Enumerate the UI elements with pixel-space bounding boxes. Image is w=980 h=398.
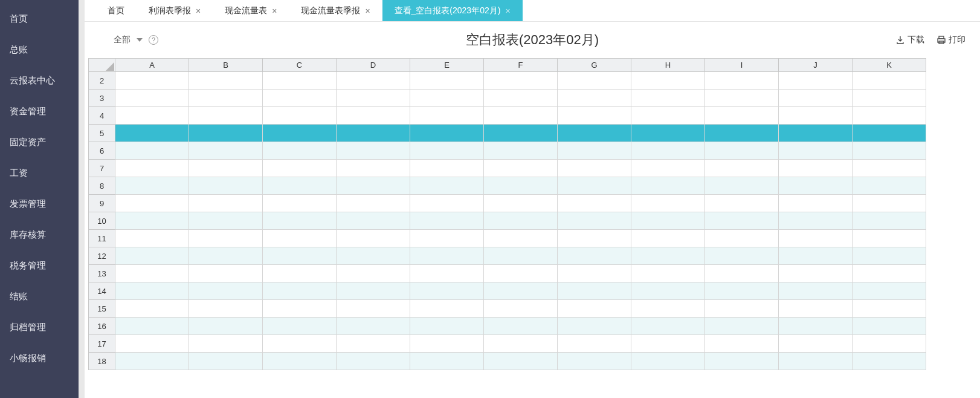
cell[interactable] — [853, 142, 926, 160]
cell[interactable] — [263, 265, 337, 282]
row-header[interactable]: 3 — [89, 90, 115, 107]
tab[interactable]: 利润表季报× — [137, 0, 213, 21]
row-header[interactable]: 13 — [89, 265, 115, 282]
cell[interactable] — [705, 90, 779, 107]
cell[interactable] — [189, 318, 263, 335]
cell[interactable] — [631, 160, 705, 177]
cell[interactable] — [779, 318, 853, 335]
cell[interactable] — [263, 353, 337, 370]
cell[interactable] — [115, 125, 189, 142]
cell[interactable] — [337, 300, 410, 318]
cell[interactable] — [410, 230, 484, 247]
cell[interactable] — [337, 72, 410, 90]
cell[interactable] — [558, 160, 631, 177]
cell[interactable] — [189, 353, 263, 370]
cell[interactable] — [189, 212, 263, 230]
cell[interactable] — [779, 177, 853, 195]
close-icon[interactable]: × — [505, 6, 510, 16]
cell[interactable] — [410, 195, 484, 212]
cell[interactable] — [189, 160, 263, 177]
cell[interactable] — [115, 160, 189, 177]
cell[interactable] — [410, 282, 484, 300]
cell[interactable] — [410, 300, 484, 318]
column-header[interactable]: J — [779, 59, 853, 72]
row-header[interactable]: 5 — [89, 125, 115, 142]
cell[interactable] — [853, 125, 926, 142]
sidebar-item[interactable]: 工资 — [0, 158, 79, 189]
cell[interactable] — [779, 212, 853, 230]
row-header[interactable]: 11 — [89, 230, 115, 247]
cell[interactable] — [115, 335, 189, 353]
sidebar-item[interactable]: 小畅报销 — [0, 343, 79, 374]
cell[interactable] — [410, 318, 484, 335]
cell[interactable] — [263, 107, 337, 125]
cell[interactable] — [779, 107, 853, 125]
row-header[interactable]: 4 — [89, 107, 115, 125]
sidebar-item[interactable]: 总账 — [0, 34, 79, 65]
row-header[interactable]: 10 — [89, 212, 115, 230]
cell[interactable] — [263, 177, 337, 195]
cell[interactable] — [631, 230, 705, 247]
cell[interactable] — [631, 318, 705, 335]
cell[interactable] — [631, 265, 705, 282]
cell[interactable] — [263, 142, 337, 160]
cell[interactable] — [410, 353, 484, 370]
cell[interactable] — [705, 177, 779, 195]
cell[interactable] — [779, 125, 853, 142]
cell[interactable] — [263, 335, 337, 353]
cell[interactable] — [558, 107, 631, 125]
row-header[interactable]: 6 — [89, 142, 115, 160]
sidebar-item[interactable]: 结账 — [0, 281, 79, 312]
cell[interactable] — [558, 90, 631, 107]
download-button[interactable]: 下载 — [895, 34, 924, 45]
cell[interactable] — [263, 300, 337, 318]
cell[interactable] — [337, 318, 410, 335]
tab[interactable]: 现金流量表季报× — [289, 0, 382, 21]
cell[interactable] — [705, 72, 779, 90]
cell[interactable] — [853, 230, 926, 247]
cell[interactable] — [853, 335, 926, 353]
cell[interactable] — [115, 318, 189, 335]
cell[interactable] — [410, 335, 484, 353]
cell[interactable] — [705, 212, 779, 230]
cell[interactable] — [853, 353, 926, 370]
cell[interactable] — [484, 318, 558, 335]
cell[interactable] — [705, 353, 779, 370]
cell[interactable] — [189, 195, 263, 212]
cell[interactable] — [705, 142, 779, 160]
cell[interactable] — [484, 282, 558, 300]
sidebar-item[interactable]: 发票管理 — [0, 189, 79, 220]
column-header[interactable]: I — [705, 59, 779, 72]
row-header[interactable]: 17 — [89, 335, 115, 353]
cell[interactable] — [705, 265, 779, 282]
cell[interactable] — [484, 212, 558, 230]
cell[interactable] — [337, 177, 410, 195]
cell[interactable] — [558, 353, 631, 370]
cell[interactable] — [853, 72, 926, 90]
row-header[interactable]: 8 — [89, 177, 115, 195]
cell[interactable] — [337, 195, 410, 212]
cell[interactable] — [484, 353, 558, 370]
cell[interactable] — [115, 247, 189, 265]
cell[interactable] — [558, 318, 631, 335]
spreadsheet[interactable]: ABCDEFGHIJK23456789101112131415161718 — [85, 58, 980, 398]
column-header[interactable]: A — [115, 59, 189, 72]
cell[interactable] — [410, 125, 484, 142]
cell[interactable] — [337, 212, 410, 230]
cell[interactable] — [779, 195, 853, 212]
cell[interactable] — [558, 230, 631, 247]
cell[interactable] — [115, 300, 189, 318]
row-header[interactable]: 16 — [89, 318, 115, 335]
cell[interactable] — [115, 177, 189, 195]
cell[interactable] — [631, 212, 705, 230]
cell[interactable] — [853, 160, 926, 177]
cell[interactable] — [263, 72, 337, 90]
cell[interactable] — [779, 90, 853, 107]
cell[interactable] — [631, 142, 705, 160]
column-header[interactable]: F — [484, 59, 558, 72]
cell[interactable] — [779, 230, 853, 247]
cell[interactable] — [189, 247, 263, 265]
cell[interactable] — [189, 265, 263, 282]
cell[interactable] — [115, 195, 189, 212]
cell[interactable] — [853, 247, 926, 265]
